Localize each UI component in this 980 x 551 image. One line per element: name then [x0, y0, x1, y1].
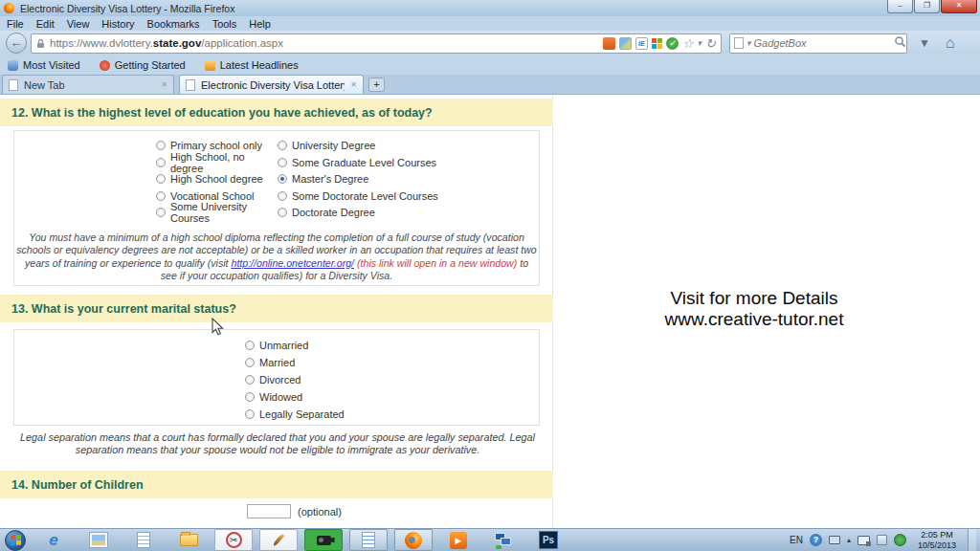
- taskbar-wordpad[interactable]: [349, 529, 388, 551]
- radio-masters-degree[interactable]: Master's Degree: [278, 173, 438, 186]
- display-tray-icon[interactable]: [829, 536, 840, 544]
- taskbar-internet-explorer[interactable]: e: [34, 529, 73, 551]
- url-domain: state.gov: [153, 37, 202, 49]
- taskbar-media-player[interactable]: ▶: [439, 529, 478, 551]
- question-14-header: 14. Number of Children: [0, 471, 553, 498]
- bookmark-getting-started[interactable]: Getting Started: [100, 59, 186, 71]
- mouse-cursor: [212, 318, 224, 336]
- minimize-button[interactable]: –: [887, 0, 913, 13]
- bookmark-most-visited[interactable]: Most Visited: [8, 59, 80, 71]
- radio-label: Unmarried: [259, 340, 308, 351]
- radio-unmarried[interactable]: Unmarried: [245, 340, 539, 352]
- language-indicator[interactable]: EN: [790, 535, 803, 545]
- search-engine-dropdown-icon[interactable]: ▾: [746, 37, 751, 50]
- reload-icon[interactable]: ↻: [705, 37, 716, 50]
- taskbar-photoshop[interactable]: Ps: [529, 529, 568, 551]
- menu-bookmarks[interactable]: Bookmarks: [147, 18, 200, 30]
- notepad-icon: [137, 532, 150, 548]
- search-magnifier-icon[interactable]: [894, 34, 906, 52]
- legal-separation-note: Legal separation means that a court has …: [15, 431, 540, 456]
- address-bar[interactable]: https://www.dvlottery. state.gov /applic…: [31, 33, 722, 54]
- bookmark-latest-headlines[interactable]: Latest Headlines: [205, 59, 299, 71]
- photoshop-icon: Ps: [539, 531, 558, 549]
- action-center-tray-icon[interactable]: [877, 535, 887, 545]
- new-tab-button[interactable]: +: [368, 77, 385, 92]
- folder-icon: [180, 534, 198, 546]
- network-tray-icon[interactable]: [858, 536, 870, 545]
- restore-button[interactable]: ❐: [914, 0, 940, 13]
- menu-history[interactable]: History: [101, 18, 134, 30]
- taskbar-clock[interactable]: 2:05 PM 10/5/2013: [913, 530, 961, 550]
- search-input[interactable]: [754, 37, 891, 49]
- radio-label: Some Graduate Level Courses: [292, 157, 436, 168]
- extension-icon-photo[interactable]: [619, 37, 632, 50]
- radio-widowed[interactable]: Widowed: [245, 391, 539, 404]
- radio-label: Married: [259, 357, 295, 368]
- radio-divorced[interactable]: Divorced: [245, 374, 539, 386]
- taskbar-network-computers[interactable]: [484, 529, 523, 551]
- taskbar-photo-viewer[interactable]: [79, 529, 118, 551]
- taskbar-notepad[interactable]: [124, 529, 163, 551]
- taskbar-firefox[interactable]: [394, 529, 433, 551]
- search-engine-icon[interactable]: [734, 37, 744, 49]
- paint-brush-icon: [273, 533, 285, 546]
- tab-new-tab[interactable]: New Tab ✕: [2, 75, 174, 94]
- radio-doctorate-degree[interactable]: Doctorate Degree: [278, 207, 438, 219]
- wordpad-icon: [362, 532, 375, 548]
- show-desktop-button[interactable]: [968, 529, 976, 551]
- tab-close-icon[interactable]: ✕: [350, 80, 357, 89]
- radio-icon: [278, 158, 287, 167]
- toolbar-end-buttons: ▼ ⌂: [919, 34, 955, 52]
- radio-legally-separated[interactable]: Legally Separated: [245, 408, 539, 421]
- tab-bar: New Tab ✕ Electronic Diversity Visa Lott…: [0, 75, 980, 95]
- children-count-input[interactable]: [247, 504, 291, 518]
- start-button[interactable]: [5, 530, 26, 551]
- radio-icon: [245, 341, 255, 350]
- site-check-icon[interactable]: ✓: [666, 37, 679, 50]
- window-title: Electronic Diversity Visa Lottery - Mozi…: [20, 3, 234, 14]
- radio-vocational-school[interactable]: Vocational School: [156, 190, 278, 203]
- bookmark-dropdown-icon[interactable]: ▾: [698, 37, 702, 50]
- taskbar-paint[interactable]: [259, 529, 298, 551]
- tab-close-icon[interactable]: ✕: [161, 80, 167, 89]
- home-icon[interactable]: ⌂: [946, 34, 955, 52]
- radio-high-school-no-degree[interactable]: High School, no degree: [156, 157, 278, 169]
- clock-time: 2:05 PM: [913, 530, 961, 540]
- menu-file[interactable]: File: [7, 18, 24, 30]
- menu-edit[interactable]: Edit: [36, 18, 55, 30]
- education-options: Primary school only High School, no degr…: [156, 140, 539, 219]
- radio-primary-school[interactable]: Primary school only: [156, 140, 278, 152]
- show-hidden-icons-caret[interactable]: ▴: [847, 537, 851, 544]
- menu-bar: File Edit View History Bookmarks Tools H…: [0, 16, 980, 31]
- menu-tools[interactable]: Tools: [212, 18, 237, 30]
- taskbar-snipping-tool[interactable]: ✂: [214, 529, 253, 551]
- extension-icon-ie[interactable]: IE: [635, 37, 648, 50]
- radio-some-university[interactable]: Some University Courses: [156, 207, 278, 219]
- radio-married[interactable]: Married: [245, 357, 539, 369]
- radio-university-degree[interactable]: University Degree: [278, 140, 438, 152]
- radio-label: Widowed: [259, 391, 302, 403]
- back-button[interactable]: ←: [6, 33, 27, 54]
- taskbar-screen-recorder[interactable]: [304, 529, 343, 551]
- windows-flag-icon[interactable]: [652, 38, 662, 49]
- antivirus-tray-icon[interactable]: [894, 534, 906, 546]
- menu-view[interactable]: View: [67, 18, 90, 30]
- media-player-icon: ▶: [450, 532, 467, 549]
- onetcenter-link[interactable]: http://online.onetcenter.org/: [231, 257, 354, 269]
- extension-icon-orange[interactable]: [603, 37, 615, 50]
- menu-help[interactable]: Help: [249, 18, 271, 30]
- radio-some-doctorate[interactable]: Some Doctorate Level Courses: [278, 190, 438, 203]
- radio-high-school-degree[interactable]: High School degree: [156, 173, 278, 186]
- video-overlay-caption: Visit for more Details www.creative-tuto…: [635, 288, 873, 330]
- downloads-icon[interactable]: ▼: [919, 36, 930, 50]
- children-count-row: (optional): [247, 504, 342, 518]
- close-button[interactable]: ✕: [941, 0, 977, 13]
- question-13-section: Unmarried Married Divorced Widowed: [13, 329, 540, 426]
- taskbar-file-explorer[interactable]: [169, 529, 208, 551]
- help-tray-icon[interactable]: ?: [810, 534, 822, 546]
- browser-viewport: 12. What is the highest level of educati…: [0, 95, 980, 528]
- bookmark-star-icon[interactable]: ☆: [682, 37, 694, 50]
- radio-icon: [156, 158, 166, 167]
- radio-some-graduate[interactable]: Some Graduate Level Courses: [278, 157, 438, 169]
- tab-dv-lottery[interactable]: Electronic Diversity Visa Lottery ✕: [179, 75, 364, 94]
